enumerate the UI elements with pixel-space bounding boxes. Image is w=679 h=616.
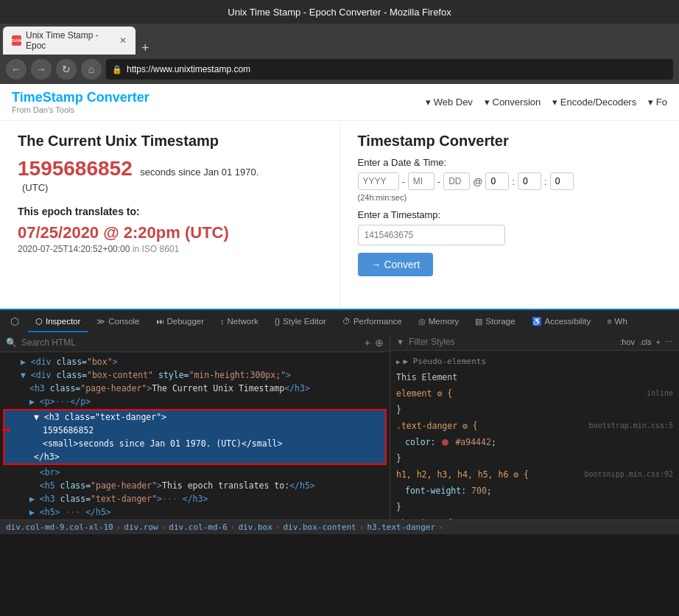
tab-accessibility[interactable]: ♿ Accessibility — [524, 312, 599, 332]
browser-tab[interactable]: DAN Unix Time Stamp - Epoc ✕ — [3, 27, 136, 55]
enter-date-label: Enter a Date & Time: — [358, 157, 662, 168]
breadcrumb-item-4[interactable]: div.box — [238, 522, 272, 532]
pseudo-elements-header[interactable]: ▶ ▶ Pseudo-elements — [390, 354, 679, 369]
style-selector: h1, h2, h3, h4, h5, h6 ⚙ { — [396, 469, 529, 480]
color-swatch[interactable] — [442, 439, 448, 446]
translates-label: This epoch translates to: — [18, 206, 322, 217]
tree-line[interactable]: ▶ <p>···</p> — [0, 395, 390, 408]
hov-button[interactable]: :hov — [619, 337, 635, 347]
tab-storage[interactable]: ▤ Storage — [468, 312, 522, 332]
hour-input[interactable] — [485, 172, 509, 190]
nav-more[interactable]: ▾ Fo — [648, 97, 667, 108]
tab-performance[interactable]: ⏱ Performance — [335, 312, 409, 332]
new-tab-button[interactable]: + — [137, 41, 154, 55]
style-rule-headings: h1, h2, h3, h4, h5, h6 ⚙ { bootsnipp.min… — [390, 466, 679, 483]
devtools-panel: ⬡ ⬡ Inspector ≫ Console ⏭ Debugger ↕ Net… — [0, 309, 679, 534]
pseudo-elements-label: ▶ Pseudo-elements — [403, 357, 486, 366]
pick-element-button[interactable]: ⊕ — [375, 337, 384, 349]
right-content-panel: Timestamp Converter Enter a Date & Time:… — [340, 121, 680, 309]
selected-element-outline: ▼ <h3 class="text-danger"> 1595686852 <s… — [3, 409, 387, 465]
styles-search-bar: ▼ :hov .cls + ⋯ — [390, 334, 679, 351]
nav-encoders[interactable]: ▾ Encode/Decoders — [552, 97, 636, 108]
network-icon: ↕ — [220, 317, 225, 326]
day-input[interactable] — [443, 172, 470, 190]
styles-panel: ▼ :hov .cls + ⋯ ▶ ▶ Pseudo-elements This… — [390, 334, 679, 519]
address-bar[interactable]: 🔒 https://www.unixtimestamp.com — [106, 59, 673, 80]
styles-body: ▶ ▶ Pseudo-elements This Element element… — [390, 351, 679, 519]
nav-conversion[interactable]: ▾ Conversion — [485, 97, 541, 108]
red-arrow-indicator: → — [1, 420, 10, 438]
styles-filter-input[interactable] — [409, 337, 615, 347]
back-button[interactable]: ← — [6, 59, 27, 80]
tab-network[interactable]: ↕ Network — [213, 312, 266, 332]
tree-line[interactable]: ▶ <h3 class="text-danger">··· </h3> — [0, 492, 390, 505]
tree-line-small-tag[interactable]: <small>seconds since Jan 01 1970. (UTC)<… — [4, 437, 385, 450]
minute-input[interactable] — [518, 172, 541, 190]
tab-whatsnew[interactable]: ≡ Wh — [599, 312, 635, 332]
devtools-picker-btn[interactable]: ⬡ — [3, 311, 27, 333]
style-source: bootstrap.min.css:5 — [589, 419, 673, 433]
tree-line[interactable]: ▶ <h5> ··· </h5> — [0, 505, 390, 519]
month-input[interactable] — [408, 172, 435, 190]
style-editor-icon: {} — [275, 317, 280, 326]
more-styles-button[interactable]: ⋯ — [665, 337, 673, 347]
nav-webdev[interactable]: ▾ Web Dev — [426, 97, 473, 108]
tree-line[interactable]: ▶ <div class="box"> — [0, 355, 390, 368]
timestamp-input[interactable] — [358, 225, 505, 245]
site-logo[interactable]: TimeStamp Converter — [12, 90, 149, 105]
breadcrumb-item-2[interactable]: div.row — [124, 522, 158, 532]
style-prop-font-weight: font-weight: 700; — [390, 483, 679, 499]
tab-debugger[interactable]: ⏭ Debugger — [149, 312, 212, 332]
convert-button[interactable]: → Convert — [358, 253, 434, 276]
website-area: TimeStamp Converter From Dan's Tools ▾ W… — [0, 84, 679, 309]
tab-memory[interactable]: ◎ Memory — [411, 312, 467, 332]
style-prop-color: color: #a94442; — [390, 434, 679, 450]
year-input[interactable] — [358, 172, 399, 190]
lock-icon: 🔒 — [112, 65, 122, 74]
left-content-panel: The Current Unix Timestamp 1595686852 se… — [0, 121, 340, 309]
timestamp-display: 1595686852 seconds since Jan 01 1970. (U… — [18, 157, 322, 194]
tab-favicon: DAN — [12, 35, 21, 46]
performance-icon: ⏱ — [342, 317, 351, 326]
html-panel: 🔍 + ⊕ ▶ <div class="box"> ▼ <div class="… — [0, 334, 390, 519]
reload-button[interactable]: ↻ — [56, 59, 77, 80]
breadcrumb-item-6[interactable]: h3.text-danger — [367, 522, 435, 532]
this-element-label: This Element — [396, 372, 457, 382]
home-button[interactable]: ⌂ — [81, 59, 102, 80]
tab-title: Unix Time Stamp - Epoc — [26, 30, 112, 51]
tree-line-ts-value[interactable]: 1595686852 — [4, 424, 385, 437]
current-timestamp: 1595686852 — [18, 157, 133, 180]
window-title: Unix Time Stamp - Epoch Converter - Mozi… — [228, 7, 451, 18]
tab-console[interactable]: ≫ Console — [89, 312, 147, 332]
tree-line[interactable]: <br> — [0, 466, 390, 479]
tree-line[interactable]: ▼ <div class="box-content" style="min-he… — [0, 368, 390, 382]
tab-inspector[interactable]: ⬡ Inspector — [28, 312, 88, 332]
add-element-button[interactable]: + — [365, 337, 370, 349]
breadcrumb-item-5[interactable]: div.box-content — [283, 522, 356, 532]
style-selector: element ⚙ { — [396, 388, 452, 399]
breadcrumb-item-1[interactable]: div.col-md-9.col-xl-10 — [6, 522, 113, 532]
second-input[interactable] — [550, 172, 574, 190]
whatsnew-icon: ≡ — [607, 317, 611, 326]
html-search-bar: 🔍 + ⊕ — [0, 334, 390, 352]
enter-ts-label: Enter a Timestamp: — [358, 209, 662, 220]
tree-line[interactable]: <h5 class="page-header">This epoch trans… — [0, 479, 390, 492]
tab-style-editor[interactable]: {} Style Editor — [267, 312, 334, 332]
tree-line-h3-close[interactable]: </h3> — [4, 450, 385, 463]
style-rule-element: element ⚙ { inline — [390, 385, 679, 402]
tab-close-button[interactable]: ✕ — [119, 35, 127, 46]
add-style-button[interactable]: + — [656, 337, 661, 347]
cls-button[interactable]: .cls — [639, 337, 652, 347]
iso-label: in ISO 8601 — [133, 244, 179, 254]
storage-icon: ▤ — [475, 317, 482, 326]
style-source: inline — [647, 387, 673, 400]
tree-line[interactable]: <h3 class="page-header">The Current Unix… — [0, 382, 390, 395]
tree-line-selected-h3[interactable]: ▼ <h3 class="text-danger"> — [4, 410, 385, 424]
html-search-input[interactable] — [21, 337, 360, 348]
breadcrumb-item-3[interactable]: div.col-md-6 — [169, 522, 227, 532]
console-icon: ≫ — [96, 317, 105, 326]
style-selector: .text-danger ⚙ { — [396, 421, 478, 431]
site-logo-sub: From Dan's Tools — [12, 105, 149, 114]
style-rule-text-danger-close: } — [390, 450, 679, 466]
forward-button[interactable]: → — [31, 59, 52, 80]
